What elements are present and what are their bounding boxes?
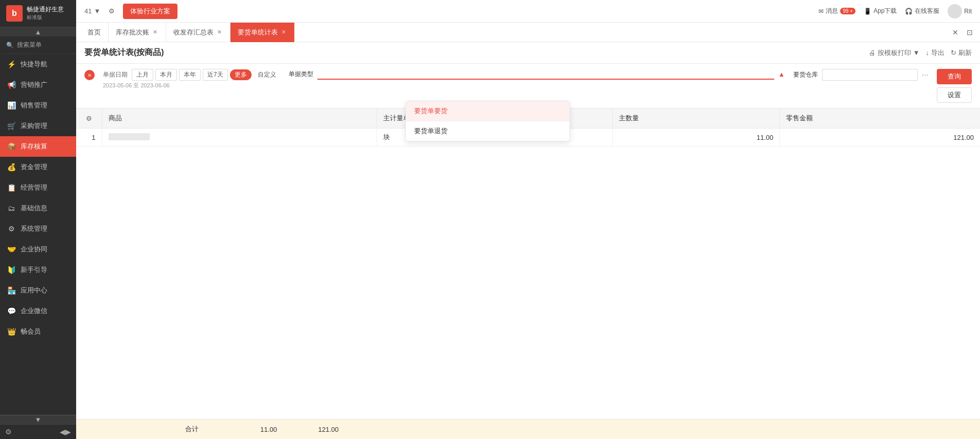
sidebar-item-wechat[interactable]: 💬 企业微信 [0,301,76,321]
page-header-actions: 🖨 按模板打印 ▼ ↓ 导出 ↻ 刷新 [869,48,972,58]
quick-nav-icon: ⚡ [6,59,16,69]
online-service-btn[interactable]: 🎧 在线客服 [905,7,939,15]
tab-expand-btn[interactable]: ⊡ [964,26,976,39]
row-amount: 121.00 [780,129,980,147]
date-btn-this-month[interactable]: 本月 [155,69,177,81]
page-header: 要货单统计表(按商品) 🖨 按模板打印 ▼ ↓ 导出 ↻ 刷新 [76,42,980,64]
header-settings-icon[interactable]: ⚙ [109,7,115,15]
col-header-amount: 零售金额 [780,108,980,129]
warehouse-input[interactable] [822,69,918,81]
app-download-btn[interactable]: 📱 App下载 [864,7,897,15]
sidebar-settings-icon[interactable]: ⚙ [5,428,12,436]
avatar [948,4,962,19]
notification-btn[interactable]: ✉ 消息 99 + [818,7,856,15]
type-input[interactable] [317,69,774,80]
print-label: 按模板打印 [878,48,911,58]
table-area: ⚙ 商品 主计量单位 主数量 零售金额 1 块 [76,108,980,419]
user-name: Rit [964,8,972,15]
sidebar-item-appstore[interactable]: 🏪 应用中心 [0,280,76,301]
date-buttons: 单据日期 上月 本月 本年 近7天 更多 自定义 [103,69,280,81]
refresh-btn[interactable]: ↻ 刷新 [951,48,972,58]
notification-icon: ✉ [818,8,824,15]
tab-inventory-batch-label: 库存批次账 [116,28,149,37]
sidebar-item-enterprise[interactable]: 🤝 企业协同 [0,239,76,260]
sidebar: b 畅捷通好生意 标准版 ▲ 🔍 搜索菜单 ⚡ 快捷导航 📢 营销推广 📊 销售… [0,0,76,439]
filter-more-btn[interactable]: ··· [922,70,929,80]
filter-warehouse-group: 要货仓库 ··· [793,69,929,81]
type-dropdown: 要货单要货 要货单退货 [405,101,570,141]
sidebar-item-basic[interactable]: 🗂 基础信息 [0,198,76,218]
wechat-icon: 💬 [6,306,16,316]
row-product [102,129,377,147]
header-right: ✉ 消息 99 + 📱 App下载 🎧 在线客服 Rit [818,4,972,19]
dropdown-item-yaohuo-tuihuo[interactable]: 要货单退货 [406,121,569,141]
sidebar-item-finance[interactable]: 💰 资金管理 [0,157,76,177]
tab-inventory-batch[interactable]: 库存批次账 ✕ [109,23,166,42]
date-btn-more[interactable]: 更多 [230,69,252,80]
tab-home[interactable]: 首页 [80,23,109,42]
main-content: 41 ▼ ⚙ 体验行业方案 ✉ 消息 99 + 📱 App下载 🎧 在线客服 R… [76,0,980,439]
sidebar-logo: b 畅捷通好生意 标准版 [0,0,76,27]
sidebar-item-purchase[interactable]: 🛒 采购管理 [0,116,76,136]
download-icon: 📱 [864,8,871,15]
filter-actions: 查询 设置 [937,69,972,103]
sidebar-item-sales[interactable]: 📊 销售管理 [0,95,76,116]
date-btn-custom[interactable]: 自定义 [254,69,280,80]
tab-stock-summary-label: 收发存汇总表 [173,28,213,37]
date-range-text: 2023-05-06 至 2023-06-06 [103,82,280,89]
sidebar-collapse-icon[interactable]: ◀▶ [60,428,71,436]
export-btn[interactable]: ↓ 导出 [926,48,945,58]
search-menu[interactable]: 🔍 搜索菜单 [0,36,76,54]
sidebar-scroll-down[interactable]: ▼ [0,415,76,424]
dropdown-item-yaohuo-yaohuo[interactable]: 要货单要货 [406,101,569,121]
query-btn[interactable]: 查询 [937,69,972,84]
filter-expand-btn[interactable]: » [84,70,95,80]
tab-bar-actions: ✕ ⊡ [949,26,976,39]
col-header-product: 商品 [102,108,377,129]
sidebar-item-operations[interactable]: 📋 经营管理 [0,177,76,198]
tab-stock-summary-close[interactable]: ✕ [216,29,223,36]
table-settings-icon[interactable]: ⚙ [86,115,92,122]
notification-badge: 99 + [840,8,856,14]
guide-icon: 🔰 [6,265,16,275]
sidebar-item-quick-nav[interactable]: ⚡ 快捷导航 [0,54,76,75]
product-placeholder [109,133,150,140]
sales-icon: 📊 [6,100,16,111]
type-dropdown-toggle[interactable]: ▲ [778,70,785,78]
sidebar-item-system[interactable]: ⚙ 系统管理 [0,218,76,239]
logo-icon: b [6,5,23,22]
top-header: 41 ▼ ⚙ 体验行业方案 ✉ 消息 99 + 📱 App下载 🎧 在线客服 R… [76,0,980,23]
member-icon: 👑 [6,326,16,337]
col-header-quantity: 主数量 [612,108,780,129]
refresh-label: 刷新 [958,48,972,58]
filter-bar: » 单据日期 上月 本月 本年 近7天 更多 自定义 2023-05-06 至 … [76,64,980,108]
sidebar-item-marketing[interactable]: 📢 营销推广 [0,75,76,95]
tab-order-stats[interactable]: 要货单统计表 ✕ [230,23,295,42]
appstore-icon: 🏪 [6,285,16,296]
trial-btn[interactable]: 体验行业方案 [123,4,177,19]
settings-btn[interactable]: 设置 [937,87,972,103]
print-btn[interactable]: 🖨 按模板打印 ▼ [869,48,920,58]
date-btn-last-month[interactable]: 上月 [132,69,153,81]
date-btn-7days[interactable]: 近7天 [203,69,228,81]
sidebar-item-guide[interactable]: 🔰 新手引导 [0,260,76,280]
sidebar-scroll-up[interactable]: ▲ [0,27,76,36]
tab-stock-summary[interactable]: 收发存汇总表 ✕ [166,23,230,42]
sidebar-item-inventory[interactable]: 📦 库存核算 [0,136,76,157]
export-icon: ↓ [926,49,930,57]
user-profile[interactable]: Rit [948,4,972,19]
sidebar-item-member[interactable]: 👑 畅会员 [0,321,76,342]
table-footer: 合计 11.00 121.00 [76,419,980,439]
finance-icon: 💰 [6,162,16,172]
tab-inventory-batch-close[interactable]: ✕ [151,29,158,36]
store-selector[interactable]: 41 ▼ [84,7,100,15]
filter-type-row: 单据类型 ▲ [289,69,785,80]
filter-type-group: 单据类型 ▲ [289,69,785,80]
footer-amount: 121.00 [318,426,339,433]
tab-close-all-btn[interactable]: ✕ [949,26,961,39]
system-icon: ⚙ [6,224,16,234]
marketing-icon: 📢 [6,80,16,90]
date-btn-this-year[interactable]: 本年 [179,69,201,81]
store-dropdown-icon: ▼ [94,7,100,15]
tab-order-stats-close[interactable]: ✕ [280,29,287,36]
